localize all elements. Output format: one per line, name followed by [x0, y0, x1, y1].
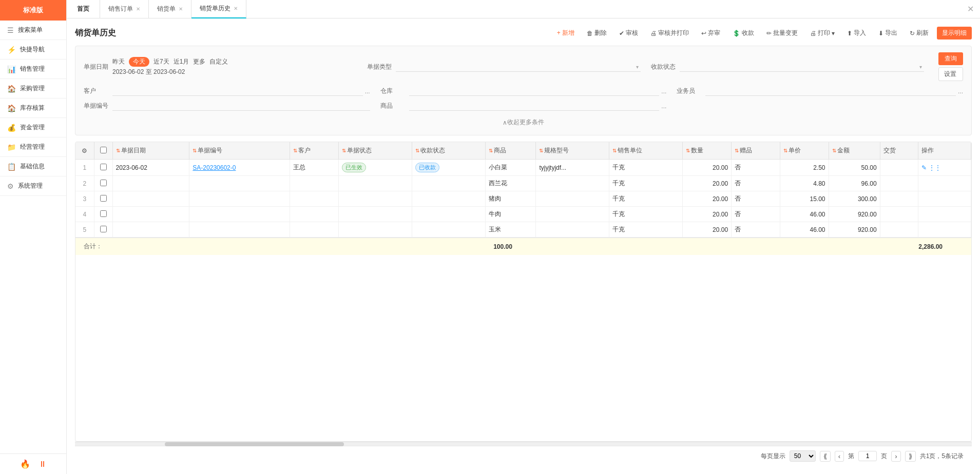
cell-doc-no	[189, 191, 290, 207]
th-unit-price[interactable]: ⇅单价	[780, 142, 829, 160]
th-doc-date[interactable]: ⇅单据日期	[112, 142, 189, 160]
close-all-tabs[interactable]: ✕	[961, 4, 980, 14]
row-checkbox[interactable]	[100, 164, 107, 170]
shortcut-yesterday[interactable]: 昨天	[112, 57, 125, 66]
set-button[interactable]: 设置	[938, 67, 963, 81]
th-gear[interactable]: ⚙	[75, 142, 94, 160]
warehouse-input[interactable]	[409, 86, 660, 96]
refresh-button[interactable]: ↻ 刷新	[906, 27, 933, 40]
table-header-row: ⚙ ⇅单据日期 ⇅单据编号 ⇅客户 ⇅单据状态 ⇅收款状态 ⇅商品 ⇅规格型号 …	[75, 142, 971, 160]
sidebar-item-basic-info[interactable]: 📋 基础信息	[0, 157, 66, 176]
cell-unit-price: 46.00	[780, 222, 829, 238]
tab-home[interactable]: 首页	[67, 0, 100, 18]
import-icon: ⬆	[847, 30, 852, 37]
page-size-select[interactable]: 50 100 200	[790, 450, 816, 462]
shortcut-custom[interactable]: 自定义	[209, 57, 228, 66]
fire-icon[interactable]: 🔥	[20, 459, 30, 469]
last-page-btn[interactable]: ⟫	[905, 451, 916, 462]
prev-page-btn[interactable]: ‹	[835, 451, 844, 462]
cell-customer	[290, 207, 338, 222]
sidebar-logo: 标准版	[0, 0, 66, 21]
audit-button[interactable]: ✔ 审核	[615, 27, 642, 40]
sidebar-item-sales-mgmt[interactable]: 📊 销售管理	[0, 60, 66, 79]
sidebar-item-finance-mgmt[interactable]: 💰 资金管理	[0, 118, 66, 137]
import-button[interactable]: ⬆ 导入	[843, 27, 870, 40]
shortcut-today[interactable]: 今天	[129, 57, 149, 67]
query-button[interactable]: 查询	[938, 52, 963, 65]
action-more[interactable]: ⋮⋮	[929, 164, 941, 171]
collect-status-select-wrap[interactable]	[680, 62, 924, 72]
warehouse-dots[interactable]: ...	[661, 88, 666, 95]
show-detail-button[interactable]: 显示明细	[937, 27, 972, 40]
th-qty[interactable]: ⇅数量	[683, 142, 732, 160]
goods-dots[interactable]: ...	[661, 103, 666, 110]
th-doc-no[interactable]: ⇅单据编号	[189, 142, 290, 160]
sidebar-item-label: 快捷导航	[20, 45, 45, 54]
collect-status-select[interactable]	[680, 62, 924, 72]
row-checkbox[interactable]	[100, 226, 107, 232]
cell-row-no: 1	[75, 160, 94, 176]
next-page-btn[interactable]: ›	[891, 451, 900, 462]
scrollbar-thumb[interactable]	[165, 442, 344, 446]
close-tab-sales-order[interactable]: ✕	[136, 6, 140, 12]
staff-input[interactable]	[705, 86, 956, 96]
th-collect-status[interactable]: ⇅收款状态	[412, 142, 485, 160]
sidebar-item-stock-calc[interactable]: 🏠 库存核算	[0, 98, 66, 118]
sidebar-item-system-mgmt[interactable]: ⚙ 系统管理	[0, 176, 66, 196]
doc-type-select[interactable]	[396, 62, 640, 72]
th-spec-type[interactable]: ⇅规格型号	[536, 142, 609, 160]
export-button[interactable]: ⬇ 导出	[874, 27, 901, 40]
sort-doc-date-icon: ⇅	[116, 148, 120, 153]
sidebar-item-purchase-mgmt[interactable]: 🏠 采购管理	[0, 79, 66, 98]
delete-button[interactable]: 🗑 删除	[583, 27, 611, 40]
tab-sales-delivery[interactable]: 销货单 ✕	[149, 0, 191, 18]
row-checkbox[interactable]	[100, 210, 107, 217]
pause-icon[interactable]: ⏸	[39, 460, 47, 469]
th-doc-status[interactable]: ⇅单据状态	[338, 142, 412, 160]
customer-dots[interactable]: ...	[365, 88, 370, 95]
discard-button[interactable]: ↩ 弃审	[697, 27, 724, 40]
th-sales-unit[interactable]: ⇅销售单位	[609, 142, 683, 160]
select-all-checkbox[interactable]	[100, 147, 107, 153]
collapse-button[interactable]: ∧ 收起更多条件	[84, 116, 963, 129]
th-goods[interactable]: ⇅商品	[485, 142, 536, 160]
tab-sales-history[interactable]: 销货单历史 ✕	[191, 0, 246, 18]
close-tab-sales-history[interactable]: ✕	[234, 6, 238, 11]
cell-checkbox	[94, 222, 112, 238]
shortcut-more[interactable]: 更多	[193, 57, 205, 66]
action-edit[interactable]: ✎	[921, 164, 927, 171]
shortcut-7days[interactable]: 近7天	[153, 57, 169, 66]
shortcut-1month[interactable]: 近1月	[174, 57, 189, 66]
collect-button[interactable]: 💲 收款	[728, 27, 758, 40]
staff-dots[interactable]: ...	[958, 88, 963, 95]
table-footer: 合计： 100.00 2,286.00	[75, 238, 971, 255]
audit-print-button[interactable]: 🖨 审核并打印	[646, 27, 693, 40]
doc-no-link[interactable]: SA-20230602-0	[193, 164, 236, 171]
sidebar-item-quick-nav[interactable]: ⚡ 快捷导航	[0, 40, 66, 60]
close-tab-sales-delivery[interactable]: ✕	[179, 6, 183, 12]
page-input[interactable]	[858, 451, 877, 461]
first-page-btn[interactable]: ⟪	[820, 451, 831, 462]
cell-collect-status: 已收款	[412, 160, 485, 176]
th-trade: 交货	[880, 142, 918, 160]
th-gift[interactable]: ⇅赠品	[732, 142, 780, 160]
row-checkbox[interactable]	[100, 180, 107, 186]
sidebar-item-operation-mgmt[interactable]: 📁 经营管理	[0, 137, 66, 157]
th-amount[interactable]: ⇅金额	[829, 142, 880, 160]
th-customer[interactable]: ⇅客户	[290, 142, 338, 160]
customer-input[interactable]	[112, 86, 363, 96]
cell-amount: 96.00	[829, 176, 880, 191]
cell-checkbox	[94, 207, 112, 222]
cell-row-no: 5	[75, 222, 94, 238]
batch-change-button[interactable]: ✏ 批量变更	[762, 27, 802, 40]
row-checkbox[interactable]	[100, 195, 107, 202]
print-button[interactable]: 🖨 打印 ▾	[806, 27, 839, 40]
new-button[interactable]: + 新增	[553, 27, 579, 40]
horizontal-scrollbar[interactable]	[75, 442, 972, 446]
goods-input[interactable]	[409, 101, 660, 111]
sidebar-item-search-menu[interactable]: ☰ 搜索菜单	[0, 21, 66, 40]
cell-customer: 王总	[290, 160, 338, 176]
doc-no-input[interactable]	[112, 101, 370, 111]
doc-type-select-wrap[interactable]	[396, 62, 640, 72]
tab-sales-order[interactable]: 销售订单 ✕	[100, 0, 149, 18]
